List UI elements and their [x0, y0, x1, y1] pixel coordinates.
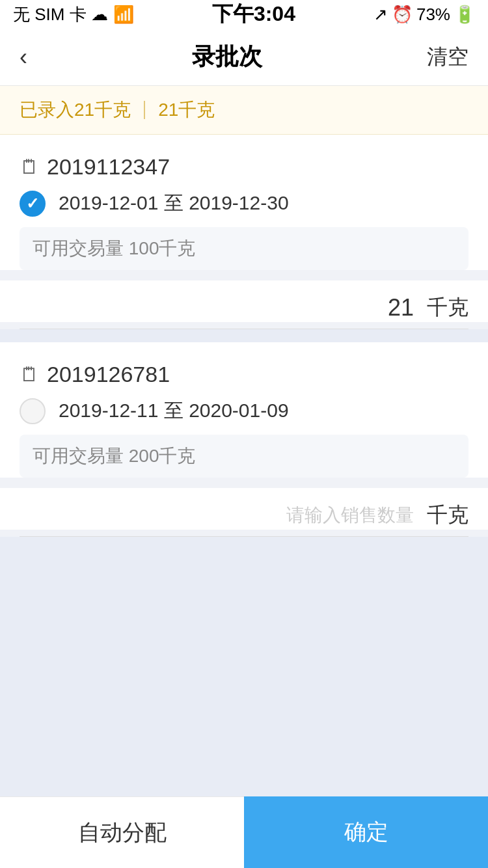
batch-2-date: 2019-12-11 至 2020-01-09: [59, 398, 289, 424]
summary-divider: [144, 101, 145, 119]
battery-icon: 🔋: [454, 5, 475, 25]
batch-1-date-row: 2019-12-01 至 2019-12-30: [20, 190, 468, 217]
batch-2-unit: 千克: [427, 501, 468, 530]
batch-card-2: 🗒 2019126781 2019-12-11 至 2020-01-09 可用交…: [0, 342, 488, 478]
batch-1-id: 2019112347: [47, 154, 170, 180]
empty-area: [0, 537, 488, 810]
page-title: 录批次: [192, 41, 262, 73]
status-right: ↗ ⏰ 73% 🔋: [373, 5, 475, 25]
status-left: 无 SIM 卡 ☁ 📶: [13, 3, 134, 26]
batch-2-date-row: 2019-12-11 至 2020-01-09: [20, 398, 468, 424]
alarm-icon: ⏰: [392, 5, 413, 25]
back-button[interactable]: ‹: [20, 44, 27, 71]
batch-2-header: 🗒 2019126781: [20, 362, 468, 387]
clear-button[interactable]: 清空: [427, 43, 468, 72]
batch-1-availability: 可用交易量 100千克: [20, 227, 468, 270]
batch-1-icon: 🗒: [20, 156, 39, 178]
batch-2-availability: 可用交易量 200千克: [20, 435, 468, 478]
auto-distribute-button[interactable]: 自动分配: [0, 796, 244, 868]
batch-2-radio[interactable]: [20, 398, 46, 424]
nav-bar: ‹ 录批次 清空: [0, 29, 488, 86]
summary-value: 21千克: [158, 98, 215, 122]
status-time: 下午3:04: [212, 0, 295, 29]
batch-1-radio[interactable]: [20, 191, 46, 217]
batch-card-1: 🗒 2019112347 2019-12-01 至 2019-12-30 可用交…: [0, 135, 488, 270]
bottom-bar: 自动分配 确定: [0, 796, 488, 868]
batch-2-icon: 🗒: [20, 364, 39, 386]
batch-1-quantity-input[interactable]: [336, 294, 414, 321]
summary-bar: 已录入21千克 21千克: [0, 86, 488, 135]
batch-1-quantity-row: 千克: [0, 280, 488, 322]
no-sim-text: 无 SIM 卡 ☁: [13, 3, 108, 26]
confirm-button[interactable]: 确定: [244, 796, 488, 868]
batch-2-quantity-placeholder: 请输入销售数量: [286, 503, 414, 528]
batch-1-date: 2019-12-01 至 2019-12-30: [59, 190, 289, 217]
batch-2-quantity-row: 请输入销售数量 千克: [0, 488, 488, 530]
summary-recorded: 已录入21千克: [20, 98, 131, 122]
battery-text: 73%: [416, 5, 450, 25]
location-icon: ↗: [373, 5, 388, 25]
batch-2-id: 2019126781: [47, 362, 170, 387]
status-bar: 无 SIM 卡 ☁ 📶 下午3:04 ↗ ⏰ 73% 🔋: [0, 0, 488, 29]
batch-1-header: 🗒 2019112347: [20, 154, 468, 180]
wifi-icon: 📶: [113, 5, 134, 25]
batch-1-unit: 千克: [427, 293, 468, 322]
section-divider-1: [0, 329, 488, 342]
